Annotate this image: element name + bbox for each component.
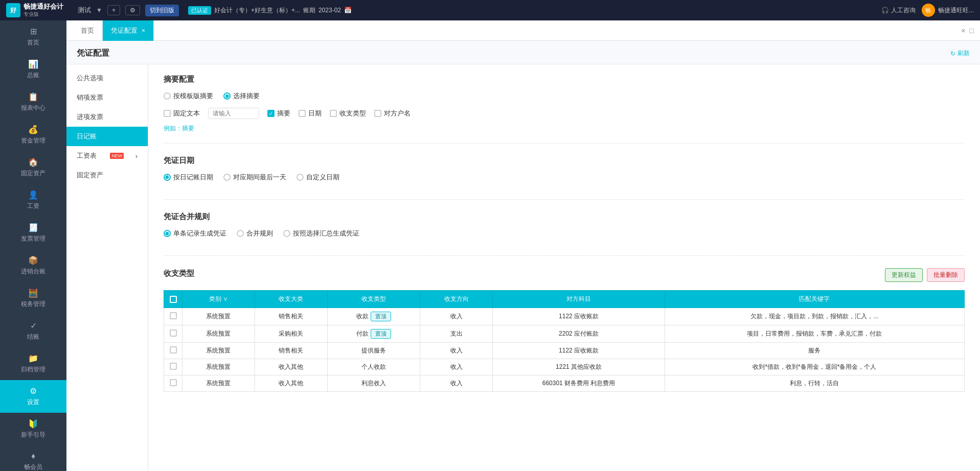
table-row: 系统预置收入其他个人收款收入1221 其他应收款收到*借款，收到*备用金，退回*… (164, 359, 965, 375)
tab-close-icon[interactable]: × (142, 27, 145, 34)
sidebar-item-label: 固定资产 (21, 169, 45, 178)
checkbox-type[interactable]: 收支类型 (330, 109, 366, 118)
left-nav-public[interactable]: 公共选项 (66, 68, 148, 88)
left-nav-payroll[interactable]: 工资表 NEW › (66, 146, 148, 166)
date-radio-custom[interactable]: 自定义日期 (297, 173, 339, 182)
checkbox-date-label: 日期 (308, 109, 322, 118)
row-checkbox[interactable] (170, 346, 177, 354)
tab-home-label: 首页 (81, 26, 94, 35)
certified-badge: 已认证 (188, 6, 211, 15)
table-actions: 更新权益 批量删除 (885, 268, 965, 282)
table-row: 系统预置销售相关收款 置顶收入1122 应收账款欠款，现金，项目款，到款，报销款… (164, 308, 965, 325)
row-direction: 支出 (420, 325, 493, 343)
row-direction: 收入 (420, 343, 493, 359)
top-bar-dropdown-icon[interactable]: ▼ (96, 7, 102, 14)
left-nav-journal-label: 日记账 (77, 132, 97, 141)
sidebar-item-payroll[interactable]: 👤 工资 (0, 184, 66, 217)
left-nav-journal[interactable]: 日记账 (66, 127, 148, 146)
sidebar-item-label: 结账 (27, 333, 39, 341)
left-nav: 公共选项 销项发票 进项发票 日记账 工资表 NEW › 固定资产 (66, 64, 148, 471)
row-checkbox-cell (164, 343, 183, 359)
table-header-checkbox[interactable] (170, 296, 177, 303)
left-nav-purchase-invoice[interactable]: 进项发票 (66, 107, 148, 127)
sidebar-item-tax[interactable]: 🧮 税务管理 (0, 282, 66, 315)
merge-radio-summary[interactable]: 按照选择汇总生成凭证 (283, 229, 359, 238)
top-tag-btn[interactable]: 置顶 (371, 312, 391, 321)
close-window-btn[interactable]: × (961, 27, 965, 35)
row-checkbox[interactable] (170, 329, 177, 337)
summary-radio-group: 按模板版摘要 选择摘要 (164, 91, 965, 101)
summary-radio-template[interactable]: 按模板版摘要 (164, 91, 213, 101)
sidebar-item-archive[interactable]: 📁 归档管理 (0, 347, 66, 380)
merge-radio-single[interactable]: 单条记录生成凭证 (164, 229, 226, 238)
voucher-date-title: 凭证日期 (164, 156, 965, 166)
row-account: 1122 应收账款 (493, 343, 665, 359)
sidebar-item-settings[interactable]: ⚙ 设置 (0, 380, 66, 413)
th-keywords: 匹配关键字 (665, 291, 964, 308)
main-layout: ⊞ 首页 📊 总账 📋 报表中心 💰 资金管理 🏠 固定资产 👤 工资 🧾 发票… (0, 20, 980, 471)
row-checkbox[interactable] (170, 312, 177, 319)
sidebar-item-funds[interactable]: 💰 资金管理 (0, 119, 66, 151)
summary-radio-select[interactable]: 选择摘要 (223, 91, 260, 101)
merge-rules-section: 凭证合并规则 单条记录生成凭证 合并规则 按照选择汇总生成凭证 (164, 212, 965, 256)
top-tag-btn[interactable]: 置顶 (371, 329, 391, 339)
sidebar-item-member[interactable]: ♦ 畅会员 (0, 445, 66, 471)
sidebar-item-label: 工资 (27, 202, 39, 210)
page-title: 凭证配置 (77, 48, 109, 59)
radio-template-circle (164, 92, 171, 100)
checkbox-fixed-text[interactable]: 固定文本 (164, 109, 200, 118)
merge-radio-rules[interactable]: 合并规则 (237, 229, 273, 238)
row-checkbox-cell (164, 325, 183, 343)
checkbox-date[interactable]: 日期 (299, 109, 322, 118)
ledger-icon: 📊 (28, 59, 38, 69)
tab-home[interactable]: 首页 (73, 20, 103, 41)
th-account: 对方科目 (493, 291, 665, 308)
voucher-date-radio-group: 按日记账日期 对应期间最后一天 自定义日期 (164, 173, 965, 182)
row-checkbox[interactable] (170, 363, 177, 370)
switch-version-btn[interactable]: 切到旧版 (145, 5, 179, 16)
row-keywords: 利息，行转，活自 (665, 375, 964, 392)
left-nav-sales-invoice[interactable]: 销项发票 (66, 88, 148, 107)
sidebar-item-invoices[interactable]: 🧾 发票管理 (0, 217, 66, 249)
th-category: 类别 ∨ (183, 291, 255, 308)
sidebar-item-ledger[interactable]: 📊 总账 (0, 53, 66, 86)
sidebar-item-reports[interactable]: 📋 报表中心 (0, 86, 66, 119)
sidebar-item-label: 报表中心 (21, 104, 45, 112)
update-btn[interactable]: 更新权益 (885, 268, 923, 282)
sidebar-item-closing[interactable]: ✓ 结账 (0, 315, 66, 347)
row-checkbox-cell (164, 375, 183, 392)
tab-voucher-config[interactable]: 凭证配置 × (103, 20, 154, 41)
date-radio-journal[interactable]: 按日记账日期 (164, 173, 213, 182)
sidebar-item-home[interactable]: ⊞ 首页 (0, 20, 66, 53)
sidebar-item-guide[interactable]: 🔰 新手引导 (0, 413, 66, 445)
row-major: 收入其他 (255, 359, 327, 375)
maximize-window-btn[interactable]: □ (970, 27, 974, 35)
row-checkbox[interactable] (170, 379, 177, 386)
sidebar-item-assets[interactable]: 🏠 固定资产 (0, 151, 66, 184)
radio-single-circle (164, 230, 171, 237)
row-type: 付款 置顶 (327, 325, 420, 343)
sidebar-item-inventory[interactable]: 📦 进销台账 (0, 249, 66, 282)
checkbox-summary[interactable]: ✓ 摘要 (267, 109, 290, 118)
row-keywords: 服务 (665, 343, 964, 359)
checkbox-counterparty[interactable]: 对方户名 (374, 109, 411, 118)
left-nav-fixed-assets[interactable]: 固定资产 (66, 166, 148, 185)
batch-delete-btn[interactable]: 批量删除 (927, 268, 965, 282)
refresh-btn[interactable]: ↻ 刷新 (950, 49, 970, 58)
fixed-text-input[interactable] (208, 108, 259, 119)
sidebar-item-label: 进销台账 (21, 267, 45, 276)
refresh-label: 刷新 (958, 49, 970, 58)
top-bar-right: 🎧 人工咨询 畅 畅捷通旺旺... (881, 4, 974, 17)
refresh-icon: ↻ (950, 50, 955, 57)
left-nav-purchase-invoice-label: 进项发票 (77, 112, 103, 122)
config-panel: 摘要配置 按模板版摘要 选择摘要 (148, 64, 980, 471)
checkbox-fixed-text-box (164, 110, 171, 117)
row-major: 销售相关 (255, 343, 327, 359)
period-label: 账期 (303, 6, 315, 15)
add-btn[interactable]: + (107, 5, 120, 15)
service-btn[interactable]: 🎧 人工咨询 (881, 6, 916, 15)
settings-btn[interactable]: ⚙ (125, 5, 140, 15)
date-radio-last[interactable]: 对应期间最后一天 (223, 173, 286, 182)
left-nav-public-label: 公共选项 (77, 74, 103, 83)
calendar-icon[interactable]: 📅 (344, 7, 352, 14)
